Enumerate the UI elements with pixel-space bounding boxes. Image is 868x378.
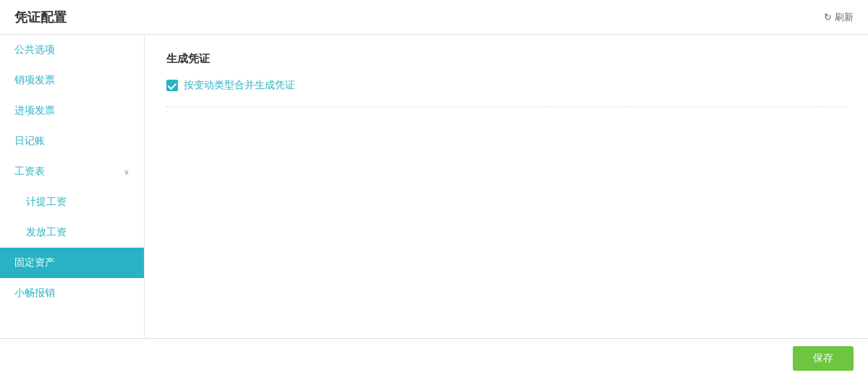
sidebar-item-label: 进项发票 bbox=[14, 104, 55, 117]
body-area: 公共选项 销项发票 进项发票 日记账 工资表 ∨ 计提工资 发放工资 固定资 bbox=[0, 35, 868, 338]
page-title: 凭证配置 bbox=[14, 9, 67, 26]
sidebar: 公共选项 销项发票 进项发票 日记账 工资表 ∨ 计提工资 发放工资 固定资 bbox=[0, 35, 145, 338]
sidebar-item-label: 公共选项 bbox=[14, 43, 55, 56]
sidebar-item-label: 计提工资 bbox=[26, 196, 67, 209]
sidebar-item-expense-report[interactable]: 小畅报销 bbox=[0, 278, 144, 308]
sidebar-item-label: 工资表 bbox=[14, 165, 45, 178]
sidebar-item-payroll-table[interactable]: 工资表 ∨ bbox=[0, 156, 144, 187]
main-content: 生成凭证 按变动类型合并生成凭证 bbox=[145, 35, 868, 338]
chevron-down-icon: ∨ bbox=[124, 167, 129, 177]
sidebar-item-label: 小畅报销 bbox=[14, 287, 55, 300]
checkbox-label[interactable]: 按变动类型合并生成凭证 bbox=[184, 79, 295, 92]
refresh-icon: ↻ bbox=[824, 12, 832, 22]
sidebar-item-purchase-invoice[interactable]: 进项发票 bbox=[0, 96, 144, 126]
sidebar-item-label: 固定资产 bbox=[14, 256, 55, 269]
merge-generate-checkbox[interactable] bbox=[166, 80, 178, 91]
sidebar-item-issue-salary[interactable]: 发放工资 bbox=[0, 217, 144, 248]
page-wrapper: 凭证配置 ↻ 刷新 公共选项 销项发票 进项发票 日记账 工资表 ∨ bbox=[0, 0, 868, 378]
sidebar-item-sales-invoice[interactable]: 销项发票 bbox=[0, 65, 144, 96]
sidebar-item-public-options[interactable]: 公共选项 bbox=[0, 35, 144, 65]
sidebar-item-fixed-assets[interactable]: 固定资产 bbox=[0, 248, 144, 278]
refresh-label: 刷新 bbox=[835, 11, 854, 24]
header: 凭证配置 ↻ 刷新 bbox=[0, 0, 868, 35]
footer: 保存 bbox=[0, 338, 868, 378]
save-button[interactable]: 保存 bbox=[793, 346, 854, 371]
sidebar-item-journal[interactable]: 日记账 bbox=[0, 126, 144, 156]
sidebar-item-label: 发放工资 bbox=[26, 226, 67, 239]
section-divider bbox=[166, 106, 846, 107]
sidebar-item-label: 销项发票 bbox=[14, 74, 55, 87]
refresh-button[interactable]: ↻ 刷新 bbox=[824, 11, 854, 24]
sidebar-item-label: 日记账 bbox=[14, 135, 45, 148]
sidebar-item-calc-salary[interactable]: 计提工资 bbox=[0, 187, 144, 217]
checkbox-row: 按变动类型合并生成凭证 bbox=[166, 79, 846, 92]
section-title: 生成凭证 bbox=[166, 52, 846, 66]
